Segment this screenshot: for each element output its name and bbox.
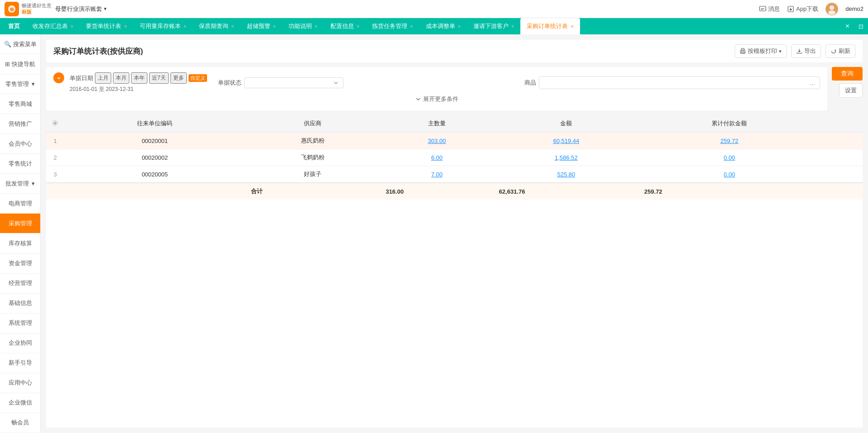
sidebar-item-guide[interactable]: 新手引导 <box>0 353 40 373</box>
svg-rect-9 <box>741 52 744 53</box>
sidebar-item-retail-mgmt[interactable]: 零售管理 ▾ <box>0 74 40 94</box>
tab-keyongliang[interactable]: 可用量库存账本 × <box>133 18 193 34</box>
message-button[interactable]: 消息 <box>759 5 780 13</box>
cell-qty[interactable]: 7.00 <box>380 166 493 183</box>
sidebar-search[interactable]: 🔍 搜索菜单 <box>0 34 40 54</box>
filter-status-select[interactable] <box>244 77 344 88</box>
logo-area: 畅 畅捷通好生意 标版 <box>5 2 52 16</box>
col-header-supplier: 供应商 <box>245 115 381 133</box>
tab-shofacun[interactable]: 收发存汇总表 × <box>26 18 80 34</box>
svg-point-10 <box>54 122 56 124</box>
sidebar-item-member[interactable]: 会员中心 <box>0 134 40 154</box>
nav-close-all[interactable]: × <box>843 22 852 30</box>
filter-collapse-button[interactable] <box>53 72 64 83</box>
username-label: demo2 <box>845 5 863 12</box>
sidebar-item-inventory[interactable]: 库存核算 <box>0 233 40 253</box>
filter-date-shortcuts: 单据日期 上月 本月 本年 近7天 更多 自定义 <box>70 72 207 84</box>
shortcut-more[interactable]: 更多 <box>170 72 187 84</box>
cell-index: 2 <box>46 149 64 166</box>
tab-gongneng[interactable]: 功能说明 × <box>282 18 324 34</box>
cell-supplier: 飞鹤奶粉 <box>245 149 381 166</box>
col-settings[interactable] <box>46 115 64 133</box>
shortcut-this-month[interactable]: 本月 <box>113 72 129 84</box>
tab-peizhi[interactable]: 配置信息 × <box>324 18 366 34</box>
cell-qty[interactable]: 303.00 <box>380 133 493 149</box>
sidebar-item-retail-mall[interactable]: 零售商城 <box>0 94 40 114</box>
user-avatar[interactable] <box>826 3 838 15</box>
footer-qty: 316.00 <box>380 183 493 200</box>
sidebar-item-basic-info[interactable]: 基础信息 <box>0 294 40 314</box>
query-action-area: 查询 设置 <box>832 67 863 98</box>
tab-yaoqing[interactable]: 邀请下游客户 × <box>467 18 520 34</box>
settings-icon <box>52 120 58 126</box>
tab-chaochu[interactable]: 超储预警 × <box>241 18 282 34</box>
svg-rect-8 <box>741 48 744 50</box>
query-button[interactable]: 查询 <box>832 67 863 81</box>
chevron-down-icon <box>333 80 339 86</box>
sidebar-item-operation[interactable]: 经营管理 <box>0 274 40 294</box>
cell-code: 00020005 <box>64 166 245 183</box>
filter-product-input[interactable]: ... <box>539 76 820 89</box>
sidebar-item-purchase-mgmt[interactable]: 采购管理 <box>0 214 40 233</box>
cell-paid[interactable]: 0.00 <box>639 149 820 166</box>
sidebar-item-system[interactable]: 系统管理 <box>0 314 40 333</box>
refresh-button[interactable]: 刷新 <box>826 44 855 58</box>
col-header-code: 往来单位编码 <box>64 115 245 133</box>
logo-icon: 畅 <box>5 2 19 16</box>
nav-maximize[interactable]: ⊡ <box>856 23 866 30</box>
tab-home[interactable]: 首页 <box>2 18 26 34</box>
cell-index: 3 <box>46 166 64 183</box>
cell-code: 00020001 <box>64 133 245 149</box>
shortcut-7days[interactable]: 近7天 <box>149 72 169 84</box>
export-button[interactable]: 导出 <box>791 44 821 58</box>
sidebar-item-app-center[interactable]: 应用中心 <box>0 373 40 393</box>
workspace-selector[interactable]: 母婴行业演示账套 ▾ <box>55 5 107 13</box>
shortcut-this-year[interactable]: 本年 <box>131 72 147 84</box>
settings-button[interactable]: 设置 <box>839 83 863 98</box>
search-icon: 🔍 <box>4 41 11 48</box>
sidebar-shortcut[interactable]: ⊞ 快捷导航 <box>0 54 40 74</box>
cell-supplier: 惠氏奶粉 <box>245 133 381 149</box>
filter-area: 单据日期 上月 本月 本年 近7天 更多 自定义 2016-01-01 至 20… <box>46 67 827 110</box>
cell-amount[interactable]: 1,586.52 <box>494 149 639 166</box>
cell-qty[interactable]: 6.00 <box>380 149 493 166</box>
cell-amount[interactable]: 60,519.44 <box>494 133 639 149</box>
tab-caigou-active[interactable]: 采购订单统计表 × <box>520 18 580 34</box>
expand-more-button[interactable]: 展开更多条件 <box>415 95 458 103</box>
sidebar-item-wholesale-mgmt[interactable]: 批发管理 ▾ <box>0 174 40 194</box>
cell-paid[interactable]: 259.72 <box>639 133 820 149</box>
app-download-button[interactable]: App下载 <box>787 5 818 13</box>
cell-paid[interactable]: 0.00 <box>639 166 820 183</box>
filter-product-group: 商品 ... <box>524 76 820 89</box>
print-button[interactable]: 按模板打印 ▾ <box>735 44 787 58</box>
sidebar-item-retail-stats[interactable]: 零售统计 <box>0 154 40 174</box>
tab-baozhi[interactable]: 保质期查询 × <box>193 18 240 34</box>
nav-tabs-right: × ⊡ <box>843 22 866 30</box>
col-header-qty: 主数量 <box>380 115 493 133</box>
tab-jianhuo[interactable]: 拣货任务管理 × <box>366 18 419 34</box>
filter-status-group: 单据状态 <box>218 77 514 88</box>
cell-amount[interactable]: 525.80 <box>494 166 639 183</box>
sidebar-item-enterprise[interactable]: 企业协同 <box>0 333 40 353</box>
shortcut-last-month[interactable]: 上月 <box>95 72 111 84</box>
sidebar-item-ecommerce[interactable]: 电商管理 <box>0 194 40 214</box>
top-bar: 畅 畅捷通好生意 标版 母婴行业演示账套 ▾ 消息 App下载 demo2 <box>0 0 868 18</box>
sidebar: 🔍 搜索菜单 ⊞ 快捷导航 零售管理 ▾ 零售商城 营销推广 会员中心 零售统计… <box>0 34 41 433</box>
sidebar-item-member2[interactable]: 畅会员 <box>0 413 40 433</box>
footer-amount: 62,631.76 <box>494 183 639 200</box>
table-footer-row: 合计 316.00 62,631.76 259.72 <box>46 183 863 200</box>
col-header-amount: 金额 <box>494 115 639 133</box>
tab-yaohuo[interactable]: 要货单统计表 × <box>80 18 133 34</box>
table-header-row: 往来单位编码 供应商 主数量 金额 累计付款金额 <box>46 115 863 133</box>
sidebar-item-marketing[interactable]: 营销推广 <box>0 114 40 134</box>
sidebar-item-finance[interactable]: 资金管理 <box>0 254 40 274</box>
table-row: 3 00020005 好孩子 7.00 525.80 0.00 <box>46 166 863 183</box>
footer-paid: 259.72 <box>639 183 820 200</box>
table-container: 往来单位编码 供应商 主数量 金额 累计付款金额 1 00020001 惠氏奶粉… <box>46 115 863 428</box>
cell-supplier: 好孩子 <box>245 166 381 183</box>
sidebar-item-wechat[interactable]: 企业微信 <box>0 393 40 413</box>
tab-chengben[interactable]: 成本调整单 × <box>420 18 467 34</box>
page-header: 采购订单统计表(按供应商) 按模板打印 ▾ 导出 刷新 <box>46 40 863 62</box>
top-bar-right: 消息 App下载 demo2 <box>759 3 863 15</box>
product-more-icon[interactable]: ... <box>810 79 815 86</box>
